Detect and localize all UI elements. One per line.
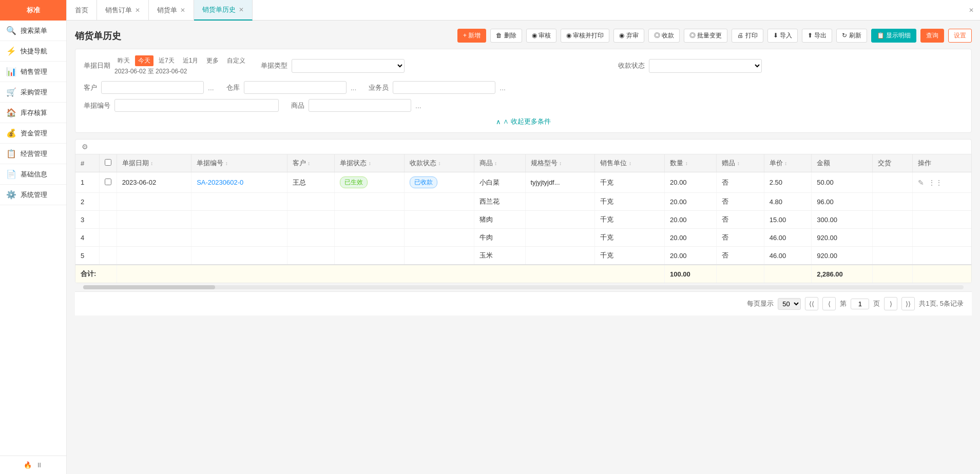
- cell-goods: 西兰花: [474, 193, 525, 211]
- tab-sales-delivery[interactable]: 销货单 ✕: [149, 0, 194, 21]
- warehouse-picker-btn[interactable]: ...: [351, 84, 357, 92]
- show-details-button[interactable]: 📋 显示明细: [871, 29, 916, 43]
- sidebar-item-sales-mgmt[interactable]: 📊 销售管理: [0, 62, 66, 82]
- close-all-tabs[interactable]: ✕: [963, 7, 980, 14]
- cell-unit: 千克: [595, 172, 665, 193]
- page-number-input[interactable]: [851, 299, 869, 309]
- audit-button[interactable]: ◉ 审核: [526, 29, 556, 43]
- tab-sales-order[interactable]: 销售订单 ✕: [97, 0, 149, 21]
- sidebar-item-inventory[interactable]: 🏠 库存核算: [0, 103, 66, 123]
- cell-pay-status: [404, 247, 474, 265]
- funds-mgmt-icon: 💰: [6, 128, 16, 138]
- sidebar-item-search-menu[interactable]: 🔍 搜索菜单: [0, 21, 66, 41]
- main-area: 首页 销售订单 ✕ 销货单 ✕ 销货单历史 ✕ ✕ 销货单历史 + 新增 🗑 删…: [67, 0, 980, 474]
- tab-sales-delivery-close[interactable]: ✕: [180, 7, 185, 14]
- cell-seq: 4: [75, 229, 99, 247]
- sidebar-item-sys-mgmt[interactable]: ⚙️ 系统管理: [0, 185, 66, 205]
- col-doc-no[interactable]: 单据编号 ↕: [191, 154, 287, 172]
- sidebar-item-basic-info[interactable]: 📄 基础信息: [0, 164, 66, 185]
- cell-doc-no: SA-20230602-0: [191, 172, 287, 193]
- sidebar-item-funds-mgmt[interactable]: 💰 资金管理: [0, 123, 66, 144]
- per-page-select[interactable]: 50: [778, 298, 801, 310]
- query-button[interactable]: 查询: [920, 29, 944, 43]
- sidebar-item-quick-nav[interactable]: ⚡ 快捷导航: [0, 41, 66, 62]
- agent-picker-btn[interactable]: ...: [499, 84, 506, 92]
- delete-button[interactable]: 🗑 删除: [490, 29, 522, 43]
- agent-input[interactable]: [393, 81, 495, 94]
- date-tab-more[interactable]: 更多: [203, 55, 222, 66]
- tab-sales-delivery-history-label: 销货单历史: [202, 5, 236, 14]
- scroll-thumb[interactable]: [83, 285, 215, 289]
- cell-action: ✎⋮⋮: [913, 172, 971, 193]
- last-page-btn[interactable]: ⟩⟩: [901, 297, 915, 310]
- goods-input[interactable]: [309, 99, 411, 112]
- filter-goods: 商品 ...: [291, 99, 421, 112]
- col-gift[interactable]: 赠品 ↕: [717, 154, 764, 172]
- audit-print-button[interactable]: ◉ 审核并打印: [561, 29, 609, 43]
- col-date[interactable]: 单据日期 ↕: [117, 154, 191, 172]
- sidebar-item-ops-mgmt[interactable]: 📋 经营管理: [0, 144, 66, 164]
- new-button[interactable]: + 新增: [457, 29, 486, 43]
- abandon-button[interactable]: ◉ 弃审: [613, 29, 644, 43]
- quick-nav-icon: ⚡: [6, 46, 16, 56]
- collapse-filter-btn[interactable]: ∧ ∧ 收起更多条件: [84, 117, 963, 126]
- table-settings-icon[interactable]: ⚙: [82, 143, 88, 151]
- row-checkbox[interactable]: [105, 179, 111, 185]
- sort-paystatus-icon: ↕: [438, 161, 441, 166]
- edit-icon[interactable]: ✎: [918, 179, 924, 187]
- summary-spacer3: [764, 265, 812, 283]
- table-header-row: # 单据日期 ↕ 单据编号 ↕ 客户: [75, 154, 971, 172]
- batch-change-button[interactable]: ◎ 批量变更: [684, 29, 727, 43]
- refresh-button[interactable]: ↻ 刷新: [836, 29, 867, 43]
- col-qty[interactable]: 数量 ↕: [665, 154, 717, 172]
- import-button[interactable]: ⬇ 导入: [767, 29, 798, 43]
- customer-input[interactable]: [101, 81, 204, 94]
- horizontal-scrollbar[interactable]: [83, 285, 964, 289]
- cell-spec: [525, 193, 595, 211]
- date-tab-1month[interactable]: 近1月: [180, 55, 202, 66]
- more-icon[interactable]: ⋮⋮: [928, 179, 943, 187]
- cell-customer: 王总: [287, 172, 335, 193]
- tab-sales-delivery-history-close[interactable]: ✕: [239, 6, 244, 13]
- settings-button[interactable]: 设置: [948, 29, 972, 43]
- date-tab-custom[interactable]: 自定义: [224, 55, 248, 66]
- tab-sales-delivery-history[interactable]: 销货单历史 ✕: [194, 0, 253, 21]
- print-button[interactable]: 🖨 打印: [732, 29, 763, 43]
- doc-type-select[interactable]: [292, 59, 405, 73]
- sidebar-collapse-btn[interactable]: 🔥 ⏸: [0, 456, 66, 474]
- first-page-btn[interactable]: ⟨⟨: [805, 297, 818, 310]
- tab-home[interactable]: 首页: [67, 0, 97, 21]
- date-tab-7days[interactable]: 近7天: [156, 55, 178, 66]
- cell-date: [117, 229, 191, 247]
- col-customer[interactable]: 客户 ↕: [287, 154, 335, 172]
- col-goods[interactable]: 商品 ↕: [474, 154, 525, 172]
- col-amount: 金额: [812, 154, 873, 172]
- col-spec[interactable]: 规格型号 ↕: [525, 154, 595, 172]
- col-pay-status[interactable]: 收款状态 ↕: [404, 154, 474, 172]
- doc-no-input[interactable]: [114, 99, 279, 112]
- date-tab-today[interactable]: 今天: [135, 55, 153, 66]
- cell-transaction: [873, 247, 913, 265]
- sidebar-item-purchase-mgmt[interactable]: 🛒 采购管理: [0, 82, 66, 103]
- collect-button[interactable]: ◎ 收款: [648, 29, 680, 43]
- warehouse-input[interactable]: [244, 81, 347, 94]
- col-doc-status[interactable]: 单据状态 ↕: [335, 154, 405, 172]
- next-page-btn[interactable]: ⟩: [884, 297, 897, 310]
- select-all-checkbox[interactable]: [105, 159, 111, 166]
- col-unit[interactable]: 销售单位 ↕: [595, 154, 665, 172]
- date-tab-yesterday[interactable]: 昨天: [114, 55, 133, 66]
- cell-check: [99, 193, 117, 211]
- filter-doc-type: 单据类型: [261, 59, 606, 73]
- customer-picker-btn[interactable]: ...: [208, 84, 214, 92]
- tab-sales-order-close[interactable]: ✕: [135, 7, 140, 14]
- col-check: [99, 154, 117, 172]
- col-price[interactable]: 单价 ↕: [764, 154, 812, 172]
- data-table-container: ⚙ # 单据日期 ↕ 单据编号: [75, 139, 972, 283]
- sort-price-icon: ↕: [784, 161, 787, 166]
- inventory-icon: 🏠: [6, 108, 16, 117]
- goods-picker-btn[interactable]: ...: [415, 102, 421, 110]
- payment-status-select[interactable]: [649, 59, 762, 73]
- filter-doc-no: 单据编号: [84, 99, 279, 112]
- prev-page-btn[interactable]: ⟨: [822, 297, 836, 310]
- export-button[interactable]: ⬆ 导出: [802, 29, 832, 43]
